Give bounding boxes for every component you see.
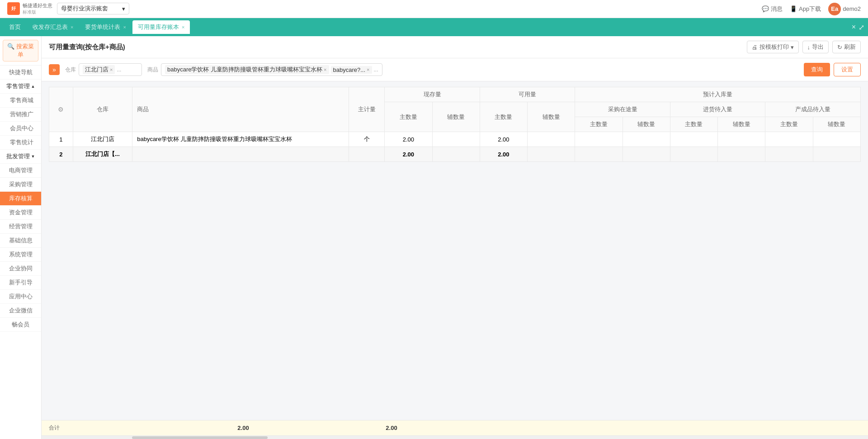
warehouse-filter-more[interactable]: ... <box>117 66 121 73</box>
sidebar-item-quick-nav[interactable]: 快捷导航 <box>0 66 41 80</box>
search-icon: 🔍 <box>7 43 14 50</box>
sidebar-item-app-center[interactable]: 应用中心 <box>0 290 41 304</box>
product-tag1-close[interactable]: × <box>324 67 326 72</box>
marketing-label: 营销推广 <box>10 111 33 118</box>
tab-available-stock[interactable]: 可用量库存账本 × <box>132 20 190 34</box>
logo-icon: 好 <box>7 2 20 15</box>
tab-receive-pay[interactable]: 收发存汇总表 × <box>27 20 79 34</box>
tab-expand-btn[interactable]: ⤢ <box>859 23 864 32</box>
retail-stats-label: 零售统计 <box>10 139 33 146</box>
row1-stock-main: 2.00 <box>385 132 432 147</box>
tab-available-stock-close[interactable]: × <box>182 24 184 30</box>
footer-label: 合计 <box>49 424 60 432</box>
logo-area: 好 畅捷通好生意 标准版 <box>7 2 52 15</box>
warehouse-tag-close[interactable]: × <box>110 67 113 72</box>
sidebar-item-basic-info[interactable]: 基础信息 <box>0 234 41 248</box>
refresh-btn[interactable]: ↻ 刷新 <box>832 41 861 53</box>
tab-receive-pay-label: 收发存汇总表 <box>33 23 68 31</box>
filter-toggle-btn[interactable]: » <box>49 64 60 75</box>
tab-home[interactable]: 首页 <box>4 20 26 34</box>
col-warehouse-header: 仓库 <box>73 87 132 132</box>
row2-stock-main: 2.00 <box>385 147 432 162</box>
query-btn[interactable]: 查询 <box>804 63 830 76</box>
transit-main-header: 主数量 <box>670 117 717 132</box>
sidebar-item-marketing[interactable]: 营销推广 <box>0 108 41 122</box>
sidebar-item-wholesale[interactable]: 批发管理 ▼ <box>0 150 41 164</box>
app-center-label: 应用中心 <box>9 293 33 300</box>
tab-receive-pay-close[interactable]: × <box>71 24 73 30</box>
template-print-btn[interactable]: 🖨 按模板打印 ▾ <box>747 41 799 53</box>
row2-avail-aux <box>528 147 575 162</box>
tab-close-all-btn[interactable]: × <box>852 23 856 31</box>
sidebar-item-enterprise[interactable]: 企业协同 <box>0 262 41 276</box>
available-group-header: 可用量 <box>480 87 575 102</box>
row1-prod-main <box>765 132 813 147</box>
print-icon: 🖨 <box>752 44 758 51</box>
sidebar-search-btn[interactable]: 🔍 搜索菜单 <box>3 40 38 61</box>
tab-bar-actions: × ⤢ <box>852 23 864 32</box>
sidebar-item-retail-shop[interactable]: 零售商城 <box>0 94 41 108</box>
product-filter-label: 商品 <box>147 66 158 74</box>
purchase-aux-header: 辅数量 <box>623 117 670 132</box>
sidebar-search-label: 搜索菜单 <box>16 43 34 58</box>
tab-available-stock-label: 可用量库存账本 <box>138 23 179 31</box>
col-unit-header: 主计量 <box>349 87 385 132</box>
row1-avail-main: 2.00 <box>480 132 527 147</box>
enterprise-wechat-label: 企业微信 <box>9 307 33 314</box>
sidebar-search-area: 🔍 搜索菜单 <box>0 36 41 66</box>
setting-btn[interactable]: 设置 <box>834 63 861 76</box>
filter-actions: 查询 设置 <box>804 63 861 76</box>
refresh-label: 刷新 <box>844 43 856 51</box>
sidebar-item-member[interactable]: 会员中心 <box>0 122 41 136</box>
product-filter-input[interactable]: babycare学饮杯 儿童防摔防撞吸管杯重力球吸嘴杯宝宝水杯 × babyca… <box>161 63 382 76</box>
scroll-track[interactable] <box>42 435 868 439</box>
sidebar-item-system[interactable]: 系统管理 <box>0 248 41 262</box>
data-table: ⚙ 仓库 商品 主计量 现存量 可用量 预计入库量 主数量 辅数量 主数量 辅数… <box>49 87 861 162</box>
sidebar-item-ecommerce[interactable]: 电商管理 <box>0 164 41 178</box>
sidebar-item-retail[interactable]: 零售管理 ▲ <box>0 80 41 94</box>
row2-prod-main <box>765 147 813 162</box>
logo-sub: 标准版 <box>23 9 52 15</box>
logo-text: 畅捷通好生意 <box>23 2 52 9</box>
sidebar-item-inventory[interactable]: 库存核算 <box>0 192 41 206</box>
col-settings-header[interactable]: ⚙ <box>49 87 73 132</box>
user-menu[interactable]: Ea demo2 <box>828 3 861 15</box>
settings-icon: ⚙ <box>58 106 64 113</box>
tab-order-stats-close[interactable]: × <box>123 24 126 30</box>
tab-order-stats[interactable]: 要货单统计表 × <box>80 20 131 34</box>
avail-main-header: 主数量 <box>480 102 527 132</box>
row1-unit: 个 <box>349 132 385 147</box>
export-icon: ↓ <box>807 44 811 51</box>
app-download-action[interactable]: 📱 App下载 <box>790 5 821 13</box>
row1-seq: 1 <box>49 132 73 147</box>
row2-prod-aux <box>813 147 860 162</box>
sidebar-item-new-guide[interactable]: 新手引导 <box>0 276 41 290</box>
export-btn[interactable]: ↓ 导出 <box>802 41 829 53</box>
sidebar-item-retail-stats[interactable]: 零售统计 <box>0 136 41 150</box>
purchase-transit-header: 采购在途量 <box>575 102 670 117</box>
system-label: 系统管理 <box>9 251 33 258</box>
vip-label: 畅会员 <box>12 321 29 328</box>
filter-bar: » 仓库 江北门店 × ... 商品 babycare学饮杯 儿童防摔防撞吸管杯… <box>42 58 868 81</box>
sidebar-item-vip[interactable]: 畅会员 <box>0 318 41 332</box>
quick-nav-label: 快捷导航 <box>9 69 33 76</box>
industry-selector[interactable]: 母婴行业演示账套 ▾ <box>57 3 129 14</box>
sidebar: 🔍 搜索菜单 快捷导航 零售管理 ▲ 零售商城 营销推广 会员中心 零售统计 批… <box>0 36 42 439</box>
sidebar-item-operations[interactable]: 经营管理 <box>0 220 41 234</box>
finance-label: 资金管理 <box>9 209 33 216</box>
scroll-thumb[interactable] <box>132 436 268 439</box>
app-download-label: App下载 <box>799 5 821 13</box>
prod-aux-header: 辅数量 <box>813 117 860 132</box>
sidebar-item-finance[interactable]: 资金管理 <box>0 206 41 220</box>
sidebar-item-purchase[interactable]: 采购管理 <box>0 178 41 192</box>
product-tag1: babycare学饮杯 儿童防摔防撞吸管杯重力球吸嘴杯宝宝水杯 × <box>165 65 329 74</box>
product-filter-more[interactable]: ... <box>374 66 378 73</box>
top-bar: 好 畅捷通好生意 标准版 母婴行业演示账套 ▾ 💬 消息 📱 App下载 Ea … <box>0 0 868 18</box>
footer-stock-main: 2.00 <box>216 425 270 431</box>
row2-warehouse: 江北门店【... <box>73 147 132 162</box>
message-action[interactable]: 💬 消息 <box>762 5 783 13</box>
production-header: 产成品待入量 <box>765 102 861 117</box>
sidebar-item-enterprise-wechat[interactable]: 企业微信 <box>0 304 41 318</box>
warehouse-filter-input[interactable]: 江北门店 × ... <box>79 63 142 76</box>
product-tag2-close[interactable]: × <box>367 67 369 72</box>
